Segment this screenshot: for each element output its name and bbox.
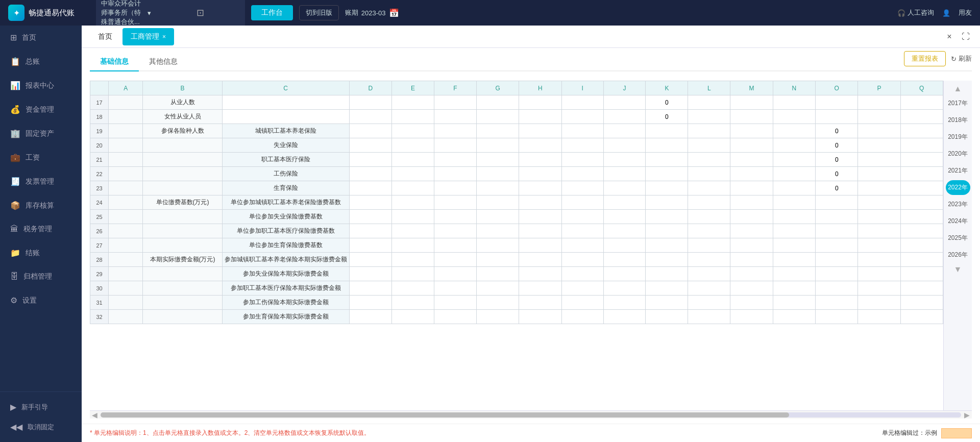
cell-28-k[interactable] bbox=[646, 253, 688, 267]
cell-18-o[interactable] bbox=[816, 110, 858, 124]
cell-30-a[interactable] bbox=[109, 281, 143, 296]
cell-20-c[interactable]: 失业保险 bbox=[222, 138, 349, 153]
cell-18-h[interactable] bbox=[519, 110, 561, 124]
cell-28-d[interactable] bbox=[349, 253, 391, 267]
cell-31-h[interactable] bbox=[519, 296, 561, 310]
cell-30-b[interactable] bbox=[143, 281, 222, 296]
cell-31-j[interactable] bbox=[603, 296, 646, 310]
cell-25-q[interactable] bbox=[900, 210, 943, 224]
cell-32-p[interactable] bbox=[858, 310, 900, 324]
cell-23-d[interactable] bbox=[349, 181, 391, 195]
cell-31-m[interactable] bbox=[730, 296, 773, 310]
cell-18-i[interactable] bbox=[561, 110, 603, 124]
cell-24-k[interactable] bbox=[646, 195, 688, 210]
cell-25-g[interactable] bbox=[476, 210, 519, 224]
sidebar-item-guide[interactable]: ▶ 新手引导 bbox=[0, 397, 82, 417]
cell-23-b[interactable] bbox=[143, 181, 222, 195]
cell-22-o[interactable]: 0 bbox=[816, 167, 858, 181]
grid-area[interactable]: A B C D E F G H I J bbox=[90, 81, 943, 410]
sub-tab-basic[interactable]: 基础信息 bbox=[90, 53, 139, 71]
h-scroll-thumb[interactable] bbox=[101, 412, 789, 418]
cell-17-p[interactable] bbox=[858, 95, 900, 110]
cell-25-e[interactable] bbox=[391, 210, 434, 224]
cell-29-d[interactable] bbox=[349, 267, 391, 281]
cell-22-h[interactable] bbox=[519, 167, 561, 181]
year-2018[interactable]: 2018年 bbox=[946, 113, 970, 128]
cell-27-i[interactable] bbox=[561, 238, 603, 253]
cell-28-o[interactable] bbox=[816, 253, 858, 267]
cell-18-j[interactable] bbox=[603, 110, 646, 124]
cell-18-l[interactable] bbox=[688, 110, 730, 124]
cell-29-h[interactable] bbox=[519, 267, 561, 281]
cell-27-n[interactable] bbox=[773, 238, 815, 253]
cell-21-o[interactable]: 0 bbox=[816, 153, 858, 167]
cell-24-d[interactable] bbox=[349, 195, 391, 210]
cell-29-o[interactable] bbox=[816, 267, 858, 281]
cell-18-k[interactable]: 0 bbox=[646, 110, 688, 124]
username[interactable]: 用友 bbox=[959, 8, 972, 17]
cell-29-k[interactable] bbox=[646, 267, 688, 281]
cell-32-f[interactable] bbox=[434, 310, 476, 324]
cell-27-h[interactable] bbox=[519, 238, 561, 253]
switch-version-button[interactable]: 切到旧版 bbox=[299, 5, 339, 20]
cell-21-i[interactable] bbox=[561, 153, 603, 167]
cell-25-o[interactable] bbox=[816, 210, 858, 224]
cell-32-d[interactable] bbox=[349, 310, 391, 324]
cell-21-q[interactable] bbox=[900, 153, 943, 167]
cell-21-h[interactable] bbox=[519, 153, 561, 167]
cell-20-b[interactable] bbox=[143, 138, 222, 153]
cell-29-f[interactable] bbox=[434, 267, 476, 281]
cell-31-d[interactable] bbox=[349, 296, 391, 310]
year-2025[interactable]: 2025年 bbox=[946, 231, 970, 245]
cell-26-j[interactable] bbox=[603, 224, 646, 238]
cell-17-j[interactable] bbox=[603, 95, 646, 110]
cell-29-l[interactable] bbox=[688, 267, 730, 281]
sidebar-item-close-account[interactable]: 📁 结账 bbox=[0, 241, 82, 265]
cell-30-f[interactable] bbox=[434, 281, 476, 296]
cell-17-h[interactable] bbox=[519, 95, 561, 110]
cell-19-a[interactable] bbox=[109, 124, 143, 138]
cell-20-i[interactable] bbox=[561, 138, 603, 153]
cell-27-o[interactable] bbox=[816, 238, 858, 253]
cell-24-a[interactable] bbox=[109, 195, 143, 210]
cell-22-a[interactable] bbox=[109, 167, 143, 181]
cell-32-o[interactable] bbox=[816, 310, 858, 324]
cell-22-l[interactable] bbox=[688, 167, 730, 181]
cell-25-b[interactable] bbox=[143, 210, 222, 224]
cell-17-d[interactable] bbox=[349, 95, 391, 110]
cell-21-f[interactable] bbox=[434, 153, 476, 167]
cell-28-c[interactable]: 参加城镇职工基本养老保险本期实际缴费金额 bbox=[222, 253, 349, 267]
year-nav-down[interactable]: ▼ bbox=[952, 263, 964, 276]
cell-18-e[interactable] bbox=[391, 110, 434, 124]
cell-25-a[interactable] bbox=[109, 210, 143, 224]
cell-22-p[interactable] bbox=[858, 167, 900, 181]
cell-28-j[interactable] bbox=[603, 253, 646, 267]
cell-19-q[interactable] bbox=[900, 124, 943, 138]
year-2026[interactable]: 2026年 bbox=[946, 248, 970, 262]
cell-32-j[interactable] bbox=[603, 310, 646, 324]
cell-17-f[interactable] bbox=[434, 95, 476, 110]
cell-27-p[interactable] bbox=[858, 238, 900, 253]
cell-20-k[interactable] bbox=[646, 138, 688, 153]
cell-23-e[interactable] bbox=[391, 181, 434, 195]
cell-23-i[interactable] bbox=[561, 181, 603, 195]
cell-26-q[interactable] bbox=[900, 224, 943, 238]
cell-20-l[interactable] bbox=[688, 138, 730, 153]
cell-19-p[interactable] bbox=[858, 124, 900, 138]
cell-27-a[interactable] bbox=[109, 238, 143, 253]
cell-18-b[interactable]: 女性从业人员 bbox=[143, 110, 222, 124]
sidebar-item-home[interactable]: ⊞ 首页 bbox=[0, 26, 82, 50]
cell-29-c[interactable]: 参加失业保险本期实际缴费金额 bbox=[222, 267, 349, 281]
sidebar-item-reports[interactable]: 📊 报表中心 bbox=[0, 73, 82, 97]
workbench-button[interactable]: 工作台 bbox=[251, 5, 293, 20]
cell-24-g[interactable] bbox=[476, 195, 519, 210]
cell-25-n[interactable] bbox=[773, 210, 815, 224]
cell-26-d[interactable] bbox=[349, 224, 391, 238]
cell-27-f[interactable] bbox=[434, 238, 476, 253]
sidebar-item-inventory[interactable]: 📦 库存核算 bbox=[0, 193, 82, 217]
cell-28-q[interactable] bbox=[900, 253, 943, 267]
cell-29-b[interactable] bbox=[143, 267, 222, 281]
year-2024[interactable]: 2024年 bbox=[946, 214, 970, 229]
cell-21-p[interactable] bbox=[858, 153, 900, 167]
cell-17-l[interactable] bbox=[688, 95, 730, 110]
